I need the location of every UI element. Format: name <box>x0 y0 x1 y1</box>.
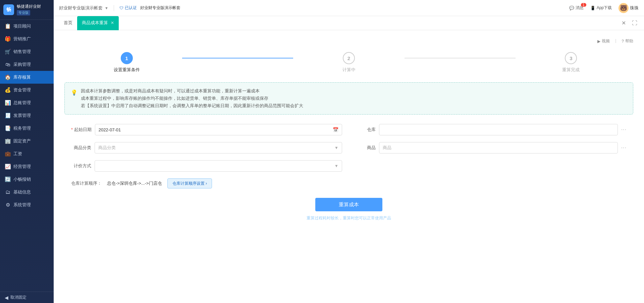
warehouse-order-row: 仓库计算顺序： 总仓->深圳仓库->...->门店仓 仓库计算顺序设置 › <box>71 178 627 188</box>
sidebar-item-label: 税务管理 <box>13 125 31 131</box>
product-field: 商品 商品 ··· <box>356 142 627 154</box>
step-label-3: 重算完成 <box>562 67 580 73</box>
sidebar-item-invoice[interactable]: 🧾 发票管理 <box>0 109 54 122</box>
pricing-field: 计价方式 ▼ <box>71 160 342 172</box>
product-input[interactable]: 商品 <box>379 142 618 154</box>
verified-badge: 🛡 已认证 好业财专业版演示帐套 <box>119 5 180 11</box>
warehouse-field: 仓库 ··· <box>356 124 627 135</box>
unpin-icon: ◀ <box>5 295 8 300</box>
user-profile[interactable]: 🐻 珠珠 <box>619 3 639 13</box>
tab-home[interactable]: 首页 <box>59 16 77 30</box>
recalc-area: 重算成本 重算过程耗时较长，重算时您可以正常使用产品 <box>64 198 633 221</box>
sidebar-item-purchase[interactable]: 🛍 采购管理 <box>0 58 54 71</box>
warehouse-dots-icon[interactable]: ··· <box>621 127 627 133</box>
step-label-2: 计算中 <box>342 67 356 73</box>
recalc-tip: 重算过程耗时较长，重算时您可以正常使用产品 <box>307 215 391 221</box>
tax-icon: 📑 <box>5 125 11 131</box>
close-panel-icon[interactable]: ✕ <box>620 19 627 27</box>
product-dots-icon[interactable]: ··· <box>621 145 627 151</box>
username-label: 珠珠 <box>630 5 639 11</box>
expense-icon: 🔄 <box>5 176 11 182</box>
help-button[interactable]: ? 帮助 <box>622 38 633 44</box>
sidebar-item-label: 库存核算 <box>13 74 31 80</box>
step-1: 1 设置重算条件 <box>71 52 182 73</box>
sidebar-item-label: 固定资产 <box>13 138 31 144</box>
avatar: 🐻 <box>619 3 629 13</box>
notice-line-1: 因成本计算参数调整，或是对商品成本有疑问时，可以通过成本重算功能，重新计算一遍成… <box>81 87 303 95</box>
tab-recalculate[interactable]: 商品成本重算 ✕ <box>77 16 119 30</box>
step-2: 2 计算中 <box>293 52 404 73</box>
verified-label: 已认证 <box>125 5 137 11</box>
notice-content: 因成本计算参数调整，或是对商品成本有疑问时，可以通过成本重算功能，重新计算一遍成… <box>81 87 303 110</box>
account-selector[interactable]: 好业财专业版演示帐套 ▼ <box>59 5 114 11</box>
notice-line-3: 若【系统设置】中启用了自动调整记账日期时，会调整入库单的整单记账日期，因此重新计… <box>81 102 303 110</box>
sidebar-item-label: 系统管理 <box>13 202 31 208</box>
category-label: 商品分类 <box>71 145 91 151</box>
pricing-dropdown-icon: ▼ <box>334 164 338 168</box>
question-icon: ? <box>622 39 624 44</box>
play-icon: ▶ <box>597 39 600 44</box>
sidebar-item-operations[interactable]: 📈 经营管理 <box>0 160 54 173</box>
sidebar-item-tax[interactable]: 📑 税务管理 <box>0 122 54 135</box>
category-placeholder: 商品分类 <box>98 145 116 151</box>
sidebar-item-basic[interactable]: 🗂 基础信息 <box>0 186 54 199</box>
help-divider: | <box>615 38 616 44</box>
sidebar-item-marketing[interactable]: 🎁 营销推广 <box>0 33 54 45</box>
step-line-2 <box>405 58 516 58</box>
sidebar-item-label: 小畅报销 <box>13 176 31 182</box>
finance-icon: 💰 <box>5 87 11 93</box>
pricing-select[interactable]: ▼ <box>95 160 342 172</box>
start-date-field: 起始日期 2022-07-01 📅 <box>71 124 342 135</box>
assets-icon: 🏢 <box>5 138 11 144</box>
sidebar-item-sales[interactable]: 🛒 销售管理 <box>0 45 54 58</box>
expand-panel-icon[interactable]: ⛶ <box>631 19 639 27</box>
sidebar-unpin-button[interactable]: ◀ 取消固定 <box>0 292 54 303</box>
stepper: 1 设置重算条件 2 计算中 3 重算完成 <box>64 52 633 73</box>
recalc-button[interactable]: 重算成本 <box>315 198 382 211</box>
sidebar-item-payroll[interactable]: 💼 工资 <box>0 147 54 160</box>
sidebar-item-inventory[interactable]: 🏠 库存核算 <box>0 71 54 84</box>
video-label: 视频 <box>602 38 610 44</box>
account-dropdown-icon: ▼ <box>105 6 108 10</box>
form-row-3: 计价方式 ▼ <box>71 160 627 172</box>
sidebar-item-label: 工资 <box>13 151 22 157</box>
account-name: 好业财专业版演示帐套 <box>59 5 103 11</box>
step-num-2: 2 <box>347 55 350 61</box>
tab-close-icon[interactable]: ✕ <box>111 20 114 25</box>
sidebar-item-project[interactable]: 📋 项目顾问 <box>0 20 54 33</box>
category-select[interactable]: 商品分类 ▼ <box>95 142 342 154</box>
step-label-1: 设置重算条件 <box>114 67 140 73</box>
sidebar: 畅 畅捷通好业财 专业版 📋 项目顾问 🎁 营销推广 🛒 销售管理 🛍 采购管理… <box>0 0 54 303</box>
form-row-2: 商品分类 商品分类 ▼ 商品 商品 ··· <box>71 142 627 154</box>
calendar-icon[interactable]: 📅 <box>333 127 338 132</box>
sidebar-nav: 📋 项目顾问 🎁 营销推广 🛒 销售管理 🛍 采购管理 🏠 库存核算 💰 资金管… <box>0 20 54 292</box>
form-section: 起始日期 2022-07-01 📅 仓库 ··· 商品分类 <box>64 124 633 188</box>
help-row: ▶ 视频 | ? 帮助 <box>64 38 633 44</box>
step-num-3: 3 <box>570 55 572 61</box>
sidebar-item-label: 发票管理 <box>13 113 31 119</box>
warehouse-label: 仓库 <box>356 127 376 133</box>
sidebar-bottom-label: 取消固定 <box>10 295 26 300</box>
start-date-input[interactable]: 2022-07-01 📅 <box>95 124 342 135</box>
active-tab-label: 商品成本重算 <box>82 20 108 26</box>
sidebar-item-label: 采购管理 <box>13 61 31 68</box>
message-button[interactable]: 💬 消息 1 <box>569 5 584 11</box>
sidebar-item-accounting[interactable]: 📊 总账管理 <box>0 96 54 109</box>
invoice-icon: 🧾 <box>5 113 11 119</box>
project-icon: 📋 <box>5 23 11 29</box>
sidebar-item-label: 项目顾问 <box>13 23 31 29</box>
warehouse-input[interactable] <box>379 124 618 135</box>
sidebar-item-assets[interactable]: 🏢 固定资产 <box>0 135 54 147</box>
home-tab-label: 首页 <box>64 20 72 26</box>
video-help-button[interactable]: ▶ 视频 <box>597 38 610 44</box>
sidebar-item-system[interactable]: ⚙ 系统管理 <box>0 199 54 211</box>
sidebar-item-expense[interactable]: 🔄 小畅报销 <box>0 173 54 186</box>
sidebar-item-finance[interactable]: 💰 资金管理 <box>0 84 54 96</box>
phone-icon: 📱 <box>590 6 595 10</box>
sidebar-edition: 专业版 <box>17 10 30 15</box>
notice-box: 💡 因成本计算参数调整，或是对商品成本有疑问时，可以通过成本重算功能，重新计算一… <box>64 82 633 115</box>
warehouse-order-label: 仓库计算顺序： <box>71 180 102 186</box>
warehouse-order-settings-button[interactable]: 仓库计算顺序设置 › <box>167 178 212 188</box>
system-icon: ⚙ <box>5 202 11 208</box>
app-download-button[interactable]: 📱 App下载 <box>590 5 612 11</box>
